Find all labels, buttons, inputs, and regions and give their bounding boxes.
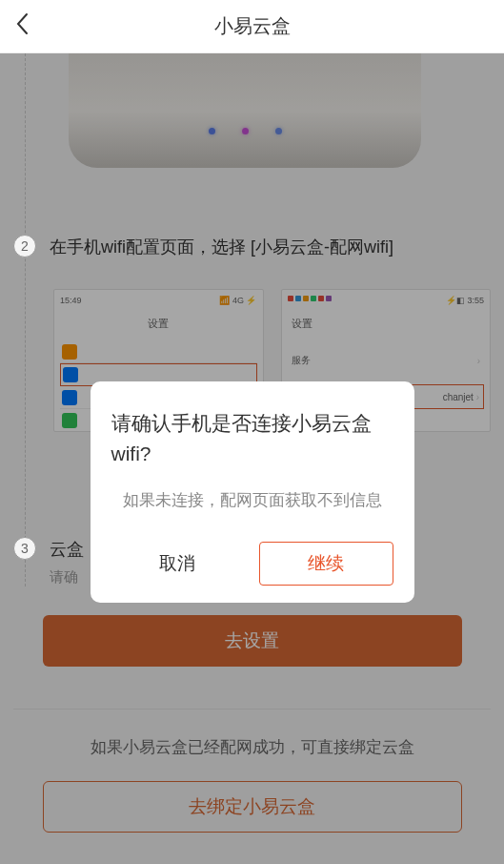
back-icon[interactable] [15,12,29,41]
step-number: 3 [13,537,36,560]
dialog-title: 请确认手机是否连接小易云盒wifi? [111,408,393,468]
dialog-message: 如果未连接，配网页面获取不到信息 [111,487,393,513]
page-title: 小易云盒 [0,13,504,39]
cancel-button[interactable]: 取消 [111,542,244,586]
step-number: 2 [13,235,36,257]
confirm-button[interactable]: 继续 [259,542,393,586]
confirm-dialog: 请确认手机是否连接小易云盒wifi? 如果未连接，配网页面获取不到信息 取消 继… [91,381,414,603]
header: 小易云盒 [0,0,504,53]
